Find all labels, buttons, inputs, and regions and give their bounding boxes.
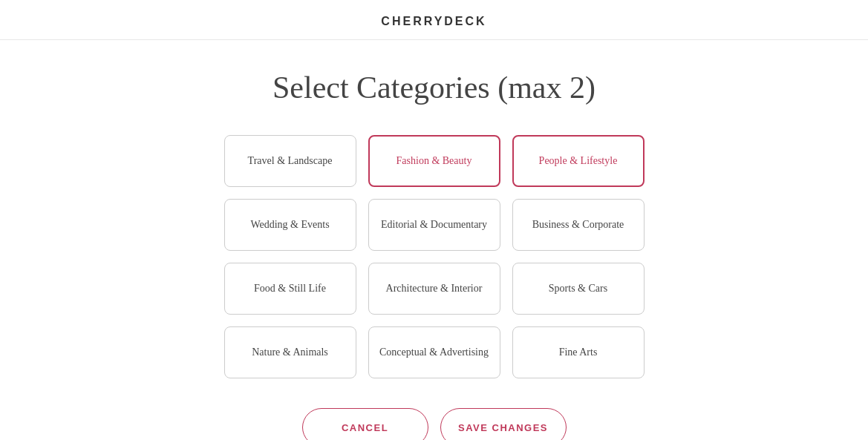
logo: CHERRYDECK xyxy=(381,15,486,28)
category-btn-editorial-documentary[interactable]: Editorial & Documentary xyxy=(368,199,500,251)
main-content: Select Categories (max 2) Travel & Lands… xyxy=(0,40,868,440)
category-btn-architecture-interior[interactable]: Architecture & Interior xyxy=(368,263,500,315)
category-btn-sports-cars[interactable]: Sports & Cars xyxy=(512,263,645,315)
app-header: CHERRYDECK xyxy=(0,0,868,40)
save-changes-button[interactable]: SAVE CHANGES xyxy=(440,408,567,440)
category-btn-travel-landscape[interactable]: Travel & Landscape xyxy=(224,135,356,187)
category-btn-nature-animals[interactable]: Nature & Animals xyxy=(224,326,356,378)
category-btn-people-lifestyle[interactable]: People & Lifestyle xyxy=(512,135,645,187)
category-btn-food-still-life[interactable]: Food & Still Life xyxy=(224,263,356,315)
page-title: Select Categories (max 2) xyxy=(273,70,595,105)
category-btn-business-corporate[interactable]: Business & Corporate xyxy=(512,199,645,251)
categories-grid: Travel & LandscapeFashion & BeautyPeople… xyxy=(224,135,645,378)
action-buttons: CANCEL SAVE CHANGES xyxy=(302,408,567,440)
category-btn-conceptual-advertising[interactable]: Conceptual & Advertising xyxy=(368,326,500,378)
category-btn-fashion-beauty[interactable]: Fashion & Beauty xyxy=(368,135,500,187)
category-btn-wedding-events[interactable]: Wedding & Events xyxy=(224,199,356,251)
category-btn-fine-arts[interactable]: Fine Arts xyxy=(512,326,645,378)
cancel-button[interactable]: CANCEL xyxy=(302,408,428,440)
